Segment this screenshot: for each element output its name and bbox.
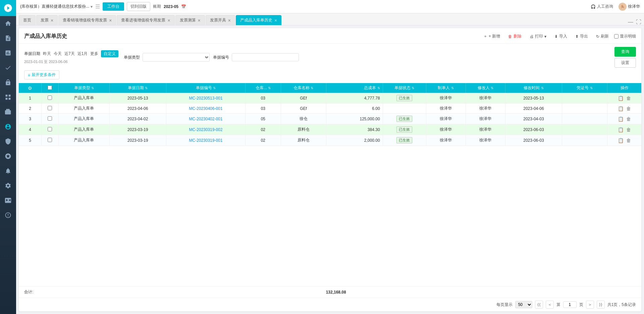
row-checkbox[interactable]	[48, 127, 52, 131]
tab-maximize-icon[interactable]: ⛶	[636, 19, 641, 25]
show-detail-toggle[interactable]: 显示明细	[614, 34, 636, 39]
date-custom-button[interactable]: 自定义	[101, 50, 118, 57]
export-button[interactable]: ⬆ 导出	[573, 32, 591, 41]
sidebar-item-lock[interactable]	[0, 75, 16, 90]
tab-minimize-icon[interactable]: —	[628, 19, 633, 25]
cell-check[interactable]	[42, 135, 59, 146]
th-warehouse-code[interactable]: 仓库... ⇅	[246, 83, 281, 93]
doc-code-link[interactable]: MC-20230319-001	[189, 138, 222, 143]
date-1month[interactable]: 近1月	[77, 51, 88, 57]
last-page-button[interactable]: ⟩⟩	[597, 301, 605, 309]
delete-button[interactable]: 🗑 删除	[505, 32, 524, 41]
tab-purchase-vat[interactable]: 查看进项增值税专用发票 ×	[117, 15, 174, 25]
import-button[interactable]: ⬇ 导入	[552, 32, 570, 41]
th-settings[interactable]: ⚙	[19, 83, 42, 93]
th-total[interactable]: 总成本 ⇅	[326, 83, 383, 93]
cell-check[interactable]	[42, 124, 59, 135]
workbench-button[interactable]: 工作台	[103, 2, 124, 11]
sidebar-item-media[interactable]	[0, 193, 16, 208]
th-voucher[interactable]: 凭证号 ⇅	[562, 83, 607, 93]
sidebar-item-inventory[interactable]	[0, 105, 16, 119]
show-detail-checkbox[interactable]	[614, 34, 619, 39]
delete-row-icon[interactable]: 🗑	[626, 96, 631, 101]
date-more[interactable]: 更多	[90, 51, 98, 57]
gear-button[interactable]: ⚙	[28, 85, 32, 91]
cell-code[interactable]: MC-20230513-001	[166, 93, 245, 104]
sidebar-item-document[interactable]	[0, 31, 16, 46]
tab-product-in-close[interactable]: ×	[274, 18, 277, 23]
sidebar-item-version[interactable]	[0, 208, 16, 223]
page-number-input[interactable]	[563, 301, 577, 308]
edit-icon[interactable]: 📋	[618, 138, 624, 143]
delete-row-icon[interactable]: 🗑	[626, 106, 631, 111]
sidebar-item-report[interactable]	[0, 149, 16, 164]
sidebar-item-gear[interactable]	[0, 178, 16, 193]
delete-row-icon[interactable]: 🗑	[626, 138, 631, 143]
th-status[interactable]: 单据状态 ⇅	[383, 83, 426, 93]
company-dropdown-icon[interactable]: ▾	[91, 4, 93, 9]
prev-page-button[interactable]: ＜	[546, 301, 554, 309]
th-code[interactable]: 单据编号 ⇅	[166, 83, 245, 93]
date-today[interactable]: 今天	[54, 51, 62, 57]
cell-code[interactable]: MC-20230402-001	[166, 114, 245, 124]
cell-check[interactable]	[42, 93, 59, 104]
date-7days[interactable]: 近7天	[64, 51, 75, 57]
sidebar-item-config[interactable]	[0, 164, 16, 178]
expand-more-button[interactable]: ≡ 展开更多条件	[24, 70, 59, 79]
edit-icon[interactable]: 📋	[618, 96, 624, 101]
query-button[interactable]: 查询	[614, 47, 636, 57]
sidebar-item-grid[interactable]	[0, 90, 16, 105]
doc-code-link[interactable]: MC-20230319-002	[189, 127, 222, 132]
select-all-checkbox[interactable]	[48, 85, 52, 90]
refresh-button[interactable]: ↻ 刷新	[593, 32, 611, 41]
edit-icon[interactable]: 📋	[618, 127, 624, 132]
sidebar-item-check[interactable]	[0, 60, 16, 75]
delete-row-icon[interactable]: 🗑	[626, 116, 631, 122]
th-checkbox[interactable]	[42, 83, 59, 93]
th-modifier[interactable]: 修改人 ⇅	[466, 83, 505, 93]
tab-sales-vat-close[interactable]: ×	[109, 18, 112, 23]
code-filter-input[interactable]	[232, 53, 299, 61]
first-page-button[interactable]: ⟨⟨	[535, 301, 543, 309]
add-button[interactable]: ＋ + 新增	[481, 32, 503, 41]
doc-code-link[interactable]: MC-20230513-001	[189, 96, 222, 101]
print-button[interactable]: 🖨 打印 ▾	[527, 32, 549, 41]
doc-code-link[interactable]: MC-20230406-001	[189, 106, 222, 111]
th-type[interactable]: 单据类型 ⇅	[58, 83, 109, 93]
sidebar-item-home[interactable]	[0, 16, 16, 31]
cell-check[interactable]	[42, 114, 59, 124]
next-page-button[interactable]: ＞	[586, 301, 594, 309]
company-selector[interactable]: (库存核算）直播轻捷通信息技术股份... ▾	[20, 4, 93, 9]
date-yesterday[interactable]: 昨天	[43, 51, 51, 57]
per-page-select[interactable]: 20 50 100	[515, 301, 532, 308]
sidebar-item-chart[interactable]	[0, 46, 16, 60]
user-menu[interactable]: 头 徐泽华	[619, 3, 640, 11]
cell-check[interactable]	[42, 104, 59, 114]
tab-invoice-calc-close[interactable]: ×	[198, 18, 201, 23]
set-button[interactable]: 设置	[614, 58, 636, 68]
row-checkbox[interactable]	[48, 106, 52, 110]
row-checkbox[interactable]	[48, 96, 52, 100]
sidebar-item-stamp[interactable]	[0, 134, 16, 149]
tab-purchase-vat-close[interactable]: ×	[167, 18, 170, 23]
tab-product-in[interactable]: 产成品入库单历史 ×	[236, 15, 281, 25]
edit-icon[interactable]: 📋	[618, 116, 624, 122]
tab-invoice-open[interactable]: 发票开具 ×	[206, 15, 235, 25]
cell-code[interactable]: MC-20230319-001	[166, 135, 245, 146]
th-warehouse-name[interactable]: 仓库名称 ⇅	[281, 83, 326, 93]
tab-invoice-calc[interactable]: 发票测算 ×	[175, 15, 205, 25]
tab-invoice-open-close[interactable]: ×	[228, 18, 231, 23]
th-creator[interactable]: 制单人 ⇅	[426, 83, 466, 93]
edit-icon[interactable]: 📋	[618, 106, 624, 111]
old-version-button[interactable]: 切到旧版	[127, 2, 150, 11]
cell-code[interactable]: MC-20230319-002	[166, 124, 245, 135]
type-filter-select[interactable]: 产品入库单	[143, 53, 210, 62]
service-button[interactable]: 🎧 人工咨询	[591, 4, 613, 9]
calendar-icon[interactable]: 📅	[181, 4, 186, 9]
tab-invoice-close[interactable]: ×	[51, 18, 53, 23]
th-date[interactable]: 单据日期 ⇅	[109, 83, 166, 93]
tab-home[interactable]: 首页	[19, 15, 36, 25]
row-checkbox[interactable]	[48, 116, 52, 121]
row-checkbox[interactable]	[48, 138, 52, 142]
doc-code-link[interactable]: MC-20230402-001	[189, 117, 222, 121]
